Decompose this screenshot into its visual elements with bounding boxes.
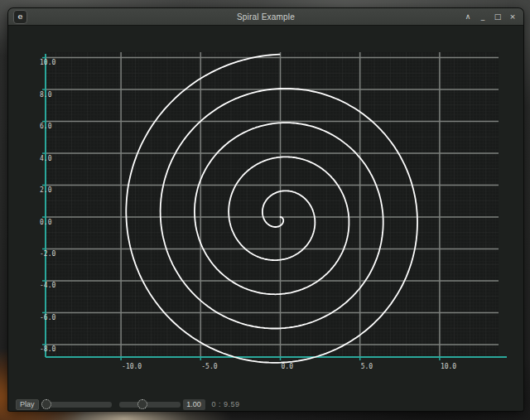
time-slider-track[interactable] — [41, 402, 112, 408]
spiral-plot[interactable]: 10.08.06.04.02.00.0-2.0-4.0-6.0-8.0-10.0… — [8, 26, 523, 393]
plot-canvas[interactable]: 10.08.06.04.02.00.0-2.0-4.0-6.0-8.0-10.0… — [8, 26, 523, 390]
svg-text:10.0: 10.0 — [441, 363, 456, 370]
time-slider-handle[interactable] — [41, 399, 51, 409]
desktop: { "colors": { "accent_teal": "#2aa79b", … — [0, 0, 530, 420]
svg-text:-4.0: -4.0 — [40, 282, 55, 289]
svg-text:10.0: 10.0 — [40, 59, 55, 66]
svg-text:4.0: 4.0 — [40, 155, 52, 162]
svg-text:5.0: 5.0 — [361, 363, 373, 370]
close-icon[interactable]: × — [508, 8, 518, 25]
speed-slider-handle[interactable] — [137, 399, 147, 409]
svg-text:0.0: 0.0 — [282, 363, 294, 370]
speed-value-field[interactable]: 1.00 — [183, 399, 205, 410]
titlebar[interactable]: e Spiral Example ∧ _ □ × — [8, 8, 523, 26]
time-range-label: 0 : 9.59 — [212, 400, 240, 408]
svg-text:-10.0: -10.0 — [122, 363, 142, 370]
speed-slider-track[interactable] — [119, 402, 181, 408]
window-title: Spiral Example — [8, 12, 523, 22]
svg-text:-6.0: -6.0 — [40, 314, 55, 321]
play-button[interactable]: Play — [16, 399, 39, 410]
svg-text:8.0: 8.0 — [40, 91, 52, 99]
svg-text:6.0: 6.0 — [40, 123, 52, 130]
speed-slider[interactable] — [119, 398, 181, 411]
animation-controls-bar: Play 1.00 0 : 9.59 — [8, 393, 523, 415]
spiral-example-window: e Spiral Example ∧ _ □ × 10.08.06.04.02.… — [8, 8, 523, 411]
unmaximize-icon[interactable]: ∧ — [463, 8, 473, 25]
minimize-icon[interactable]: _ — [478, 8, 488, 25]
maximize-icon[interactable]: □ — [493, 8, 503, 25]
svg-text:2.0: 2.0 — [40, 186, 52, 194]
svg-text:-8.0: -8.0 — [40, 345, 55, 353]
time-slider[interactable] — [41, 398, 112, 411]
svg-text:0.0: 0.0 — [40, 219, 52, 226]
window-controls: ∧ _ □ × — [463, 8, 518, 25]
svg-text:-2.0: -2.0 — [40, 250, 55, 258]
svg-text:-5.0: -5.0 — [201, 363, 217, 370]
